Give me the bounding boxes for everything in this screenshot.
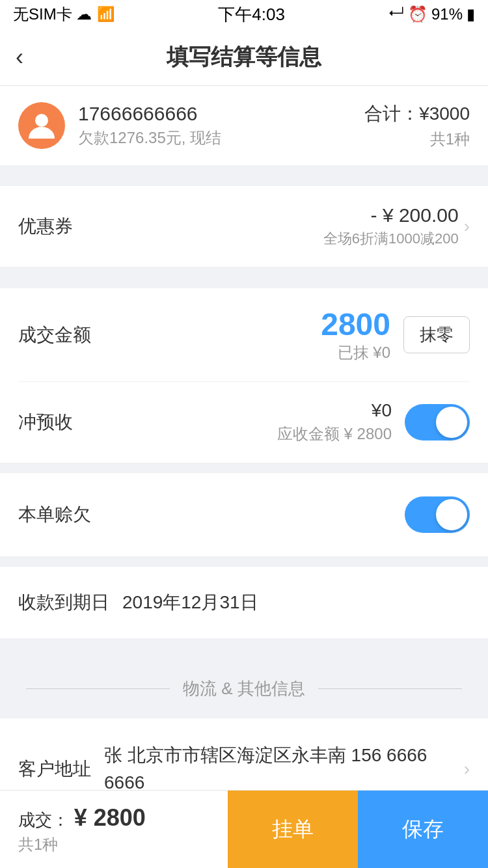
debt-toggle-knob xyxy=(436,499,467,530)
customer-section: 17666666666 欠款1276.35元, 现结 合计：¥3000 共1种 xyxy=(0,86,488,165)
save-button[interactable]: 保存 xyxy=(358,791,488,868)
battery-icon: ▮ xyxy=(467,5,475,23)
battery-label: 91% xyxy=(431,5,463,23)
address-label: 客户地址 xyxy=(18,757,91,781)
customer-sub-info: 欠款1276.35元, 现结 xyxy=(78,128,221,148)
section-gap-1 xyxy=(0,278,488,288)
toggle-knob xyxy=(436,407,467,438)
coupon-desc: 全场6折满1000减200 xyxy=(323,229,459,249)
customer-row: 17666666666 欠款1276.35元, 现结 合计：¥3000 共1种 xyxy=(0,86,488,165)
amount-right: 2800 已抹 ¥0 抹零 xyxy=(321,306,470,363)
pre-receive-row: 冲预收 ¥0 应收金额 ¥ 2800 xyxy=(18,382,470,463)
amount-section: 成交金额 2800 已抹 ¥0 抹零 冲预收 ¥0 应收金额 ¥ 2800 xyxy=(0,288,488,463)
status-bar: 无SIM卡 ☁ 📶 下午4:03 ⮠ ⏰ 91% ▮ xyxy=(0,0,488,29)
location-icon: ⮠ xyxy=(388,5,404,23)
customer-total: 合计：¥3000 xyxy=(364,102,470,126)
hang-button[interactable]: 挂单 xyxy=(228,791,358,868)
status-left: 无SIM卡 ☁ 📶 xyxy=(13,4,115,25)
debt-section: 本单赊欠 xyxy=(0,473,488,556)
round-zero-button[interactable]: 抹零 xyxy=(403,316,470,353)
amount-value: 2800 xyxy=(321,306,390,342)
bottom-total-label: 成交： xyxy=(18,810,69,830)
customer-left: 17666666666 欠款1276.35元, 现结 xyxy=(18,102,221,149)
logistics-line-left xyxy=(26,688,170,689)
page-title: 填写结算等信息 xyxy=(167,42,321,72)
section-gap-3 xyxy=(0,649,488,659)
customer-count: 共1种 xyxy=(364,129,470,150)
pre-receive-amount: ¥0 xyxy=(277,400,392,421)
coupon-row[interactable]: 优惠券 - ¥ 200.00 全场6折满1000减200 › xyxy=(0,186,488,267)
back-button[interactable]: ‹ xyxy=(16,44,23,71)
amount-row: 成交金额 2800 已抹 ¥0 抹零 xyxy=(18,288,470,382)
coupon-right: - ¥ 200.00 全场6折满1000减200 › xyxy=(323,204,470,249)
address-value: 张 北京市市辖区海淀区永丰南 156 6666 6666 xyxy=(104,742,464,796)
duedate-section: 收款到期日 2019年12月31日 xyxy=(0,567,488,638)
amount-label: 成交金额 xyxy=(18,323,91,347)
pre-receive-toggle[interactable] xyxy=(405,404,470,441)
bottom-left: 成交： ¥ 2800 共1种 xyxy=(0,804,228,855)
duedate-row: 收款到期日 2019年12月31日 xyxy=(18,567,470,638)
no-sim-label: 无SIM卡 ☁ xyxy=(13,4,92,25)
pre-receive-right: ¥0 应收金额 ¥ 2800 xyxy=(277,400,470,444)
user-icon xyxy=(26,110,57,141)
address-chevron-icon: › xyxy=(464,759,470,780)
divider-1 xyxy=(0,176,488,186)
debt-row: 本单赊欠 xyxy=(18,473,470,556)
alarm-icon: ⏰ xyxy=(408,5,427,23)
logistics-divider: 物流 & 其他信息 xyxy=(0,659,488,718)
bottom-total-row: 成交： ¥ 2800 xyxy=(18,804,210,832)
coupon-section[interactable]: 优惠券 - ¥ 200.00 全场6折满1000减200 › xyxy=(0,186,488,267)
coupon-discount: - ¥ 200.00 xyxy=(323,204,459,226)
status-time: 下午4:03 xyxy=(218,3,285,26)
pre-receive-sub: 应收金额 ¥ 2800 xyxy=(277,424,392,444)
amount-value-wrapper: 2800 已抹 ¥0 xyxy=(321,306,390,363)
wifi-icon: 📶 xyxy=(97,6,115,23)
svg-point-0 xyxy=(35,114,48,127)
duedate-label: 收款到期日 xyxy=(18,590,109,615)
debt-label: 本单赊欠 xyxy=(18,502,91,527)
bottom-bar: 成交： ¥ 2800 共1种 挂单 保存 xyxy=(0,790,488,868)
bottom-count: 共1种 xyxy=(18,834,210,855)
amount-erased: 已抹 ¥0 xyxy=(321,342,390,363)
debt-toggle[interactable] xyxy=(405,496,470,533)
logistics-line-right xyxy=(318,688,462,689)
logistics-text: 物流 & 其他信息 xyxy=(183,677,305,700)
chevron-right-icon: › xyxy=(464,216,470,237)
customer-right: 合计：¥3000 共1种 xyxy=(364,102,470,150)
status-right: ⮠ ⏰ 91% ▮ xyxy=(388,5,475,23)
avatar xyxy=(18,102,65,149)
pre-receive-label: 冲预收 xyxy=(18,410,73,435)
nav-bar: ‹ 填写结算等信息 xyxy=(0,29,488,86)
section-gap-2 xyxy=(0,463,488,473)
bottom-total-amount: ¥ 2800 xyxy=(74,804,146,831)
customer-phone: 17666666666 xyxy=(78,103,221,125)
duedate-value: 2019年12月31日 xyxy=(122,590,258,615)
pre-amount-block: ¥0 应收金额 ¥ 2800 xyxy=(277,400,392,444)
customer-info: 17666666666 欠款1276.35元, 现结 xyxy=(78,103,221,148)
coupon-label: 优惠券 xyxy=(18,214,73,239)
bottom-actions: 挂单 保存 xyxy=(228,791,488,868)
